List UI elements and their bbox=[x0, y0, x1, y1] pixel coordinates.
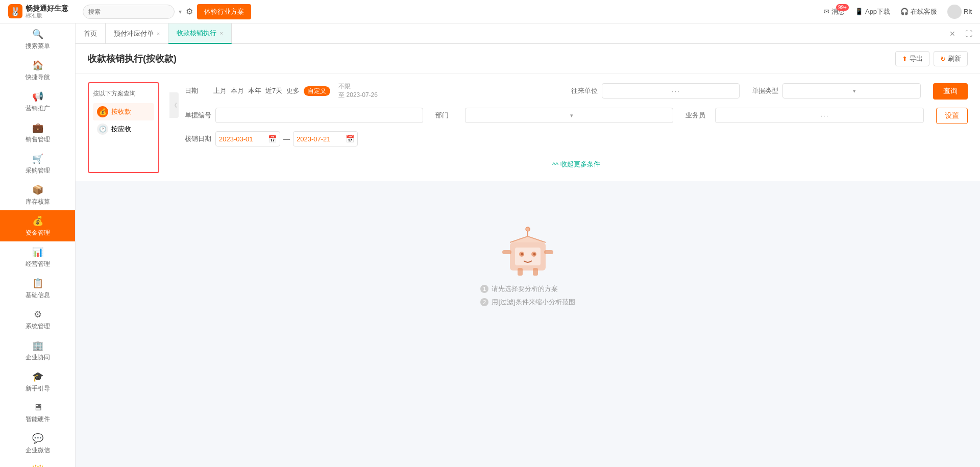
search-menu-icon: 🔍 bbox=[32, 29, 43, 40]
dept-label: 部门 bbox=[435, 111, 461, 120]
header-search-area: ▾ ⚙ bbox=[83, 5, 193, 19]
doctype-select[interactable]: ▾ bbox=[782, 83, 921, 99]
basic-info-icon: 📋 bbox=[32, 278, 43, 289]
solution-button[interactable]: 体验行业方案 bbox=[197, 4, 251, 19]
verify-date-end-calendar-icon[interactable]: 📅 bbox=[346, 135, 354, 143]
verify-date-start-wrap[interactable]: 📅 bbox=[215, 131, 280, 146]
sidebar-item-search-menu[interactable]: 🔍 搜索菜单 bbox=[0, 23, 75, 55]
filter-option-receivable[interactable]: 🕐 按应收 bbox=[93, 120, 154, 138]
tab-prepay-close-icon[interactable]: × bbox=[157, 31, 160, 37]
filter-verify-date-field: 核销日期 📅 — 📅 bbox=[185, 131, 968, 146]
tip-text-2: 用[过滤]条件来缩小分析范围 bbox=[492, 298, 575, 307]
empty-tip-1: 1 请先选择要分析的方案 bbox=[480, 284, 575, 293]
tab-receipt-verify[interactable]: 收款核销执行 × bbox=[168, 23, 231, 44]
partner-label: 往来单位 bbox=[571, 86, 598, 95]
sidebar-item-quick-nav[interactable]: 🏠 快捷导航 bbox=[0, 55, 75, 86]
sidebar-item-system[interactable]: ⚙ 系统管理 bbox=[0, 304, 75, 335]
verify-date-end-wrap[interactable]: 📅 bbox=[293, 131, 358, 146]
header-settings-icon[interactable]: ⚙ bbox=[186, 7, 193, 16]
query-button[interactable]: 查询 bbox=[933, 83, 968, 100]
tab-fullscreen-btn[interactable]: ⛶ bbox=[962, 27, 976, 41]
empty-tips: 1 请先选择要分析的方案 2 用[过滤]条件来缩小分析范围 bbox=[480, 284, 575, 307]
dept-select[interactable]: ▾ bbox=[465, 108, 674, 123]
receipt-option-icon: 💰 bbox=[97, 106, 108, 117]
verify-date-start-input[interactable] bbox=[219, 135, 265, 143]
content-area: 首页 预付冲应付单 × 收款核销执行 × ✕ ⛶ 收款核销执行(按收款) bbox=[76, 23, 980, 467]
member-icon: 👑 bbox=[32, 464, 43, 467]
sidebar-item-finance[interactable]: 💰 资金管理 bbox=[0, 210, 75, 241]
sidebar-item-operation[interactable]: 📊 经营管理 bbox=[0, 241, 75, 273]
refresh-button[interactable]: ↻ 刷新 bbox=[934, 51, 968, 66]
sidebar-item-enterprise[interactable]: 🏢 企业协同 bbox=[0, 335, 75, 366]
dept-chevron-icon: ▾ bbox=[570, 112, 669, 119]
filter-collapse-toggle[interactable]: 《 bbox=[169, 92, 179, 118]
employee-dots-icon: ··· bbox=[821, 112, 919, 119]
doctype-chevron-icon: ▾ bbox=[853, 88, 916, 94]
sidebar: 🔍 搜索菜单 🏠 快捷导航 📢 营销推广 💼 销售管理 🛒 采购管理 📦 库存核… bbox=[0, 23, 76, 467]
svg-point-4 bbox=[521, 253, 524, 256]
app-logo-icon: 🐰 bbox=[8, 4, 22, 18]
shortcut-7days[interactable]: 近7天 bbox=[265, 86, 282, 95]
page-content: 收款核销执行(按收款) ⬆ 导出 ↻ 刷新 按以 bbox=[76, 44, 980, 467]
partner-select[interactable]: ··· bbox=[602, 83, 740, 99]
filter-option-receipt[interactable]: 💰 按收款 bbox=[93, 103, 154, 120]
sidebar-item-sales[interactable]: 💼 销售管理 bbox=[0, 117, 75, 148]
sidebar-item-wechat[interactable]: 💬 企业微信 bbox=[0, 428, 75, 459]
docno-input[interactable] bbox=[215, 108, 423, 123]
filter-collapse-row: ^^ 收起更多条件 bbox=[185, 156, 968, 173]
sidebar-item-purchase[interactable]: 🛒 采购管理 bbox=[0, 148, 75, 179]
sidebar-label-guide: 新手引导 bbox=[26, 384, 50, 393]
svg-rect-6 bbox=[518, 268, 523, 276]
filter-partner-field: 往来单位 ··· bbox=[571, 83, 740, 99]
sidebar-label-hardware: 智能硬件 bbox=[26, 415, 50, 424]
tip-num-1: 1 bbox=[480, 285, 488, 293]
verify-date-start-calendar-icon[interactable]: 📅 bbox=[268, 135, 277, 143]
sidebar-label-enterprise: 企业协同 bbox=[26, 353, 50, 362]
shortcut-custom[interactable]: 自定义 bbox=[304, 86, 330, 96]
online-service-link[interactable]: 🎧 在线客服 bbox=[900, 7, 937, 16]
employee-select[interactable]: ··· bbox=[715, 108, 924, 123]
tab-receipt-verify-label: 收款核销执行 bbox=[177, 29, 216, 38]
verify-date-range: 📅 — 📅 bbox=[215, 131, 358, 146]
app-download-link[interactable]: 📱 App下载 bbox=[855, 7, 890, 16]
sidebar-item-inventory[interactable]: 📦 库存核算 bbox=[0, 179, 75, 210]
shortcut-this-year[interactable]: 本年 bbox=[248, 86, 261, 95]
filter-panel: 按以下方案查询 💰 按收款 🕐 按应收 《 bbox=[76, 74, 980, 181]
svg-rect-9 bbox=[544, 250, 553, 254]
svg-rect-7 bbox=[533, 268, 538, 276]
settings-button[interactable]: 设置 bbox=[936, 108, 968, 124]
header-search-input[interactable] bbox=[83, 5, 175, 19]
tab-receipt-verify-close-icon[interactable]: × bbox=[219, 30, 223, 36]
date-range-dash: — bbox=[283, 135, 290, 143]
message-icon: ✉ bbox=[824, 8, 829, 15]
shortcut-this-month[interactable]: 本月 bbox=[231, 86, 244, 95]
shortcut-last-month[interactable]: 上月 bbox=[213, 86, 227, 95]
sidebar-item-basic-info[interactable]: 📋 基础信息 bbox=[0, 273, 75, 304]
operation-icon: 📊 bbox=[32, 247, 43, 258]
tab-close-all-btn[interactable]: ✕ bbox=[945, 27, 960, 41]
sidebar-item-hardware[interactable]: 🖥 智能硬件 bbox=[0, 397, 75, 428]
sidebar-label-quick-nav: 快捷导航 bbox=[26, 73, 50, 82]
collapse-up-icon: ^^ bbox=[552, 161, 558, 168]
export-button[interactable]: ⬆ 导出 bbox=[895, 51, 929, 66]
filter-main: 日期 上月 本月 本年 近7天 更多 自定义 bbox=[185, 82, 968, 173]
message-area[interactable]: ✉ 消息 99+ bbox=[824, 7, 845, 16]
search-dropdown-icon[interactable]: ▾ bbox=[179, 8, 182, 15]
tip-num-2: 2 bbox=[480, 298, 488, 306]
receipt-option-label: 按收款 bbox=[111, 107, 131, 116]
shortcut-more[interactable]: 更多 bbox=[286, 86, 300, 95]
sidebar-item-member[interactable]: 👑 畅会员 bbox=[0, 459, 75, 467]
export-icon: ⬆ bbox=[902, 55, 908, 63]
verify-date-end-input[interactable] bbox=[297, 135, 342, 143]
tab-home-label: 首页 bbox=[84, 29, 97, 38]
filter-sidebar-title: 按以下方案查询 bbox=[93, 89, 154, 98]
svg-rect-8 bbox=[502, 250, 511, 254]
receivable-option-icon: 🕐 bbox=[97, 124, 108, 135]
tab-prepay[interactable]: 预付冲应付单 × bbox=[106, 23, 168, 44]
sidebar-item-marketing[interactable]: 📢 营销推广 bbox=[0, 86, 75, 117]
user-menu[interactable]: Rit bbox=[947, 5, 972, 19]
header-right: ✉ 消息 99+ 📱 App下载 🎧 在线客服 Rit bbox=[824, 5, 972, 19]
sidebar-item-guide[interactable]: 🎓 新手引导 bbox=[0, 366, 75, 397]
tab-home[interactable]: 首页 bbox=[76, 23, 106, 44]
collapse-conditions-btn[interactable]: ^^ 收起更多条件 bbox=[552, 156, 600, 173]
